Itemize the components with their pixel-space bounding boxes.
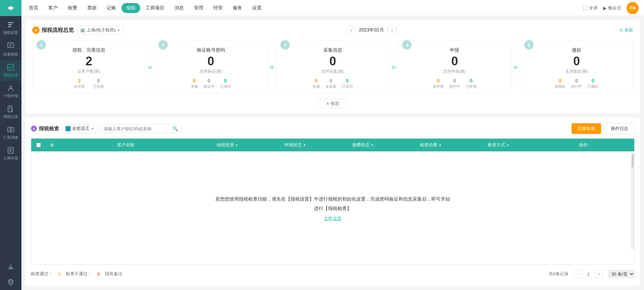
th-check-method[interactable]: 检查方式 ▼ (465, 142, 533, 148)
settlement-icon (7, 126, 14, 134)
sidebar-item-tax-settings[interactable]: 报税设置 (0, 17, 21, 39)
nav-item-service[interactable]: 服务 (228, 3, 247, 13)
sidebar-item-annual-report[interactable]: 工商年报 (0, 143, 21, 164)
step-4-sub-0: 0 未申报 (433, 78, 444, 89)
total-records: 共0条记录 (549, 271, 569, 277)
nav-item-customer[interactable]: 客户 (44, 3, 62, 13)
arrow-4-5: » (512, 40, 520, 93)
th-settings[interactable]: ⚙ (46, 143, 58, 148)
pass-count[interactable]: 0 (58, 272, 60, 277)
step-5-label: 支持缴款(家) (524, 69, 629, 74)
sidebar-item-settlement[interactable]: 汇算清缴 (0, 123, 21, 143)
refresh-icon: ↻ (620, 28, 623, 33)
step-5-sub-0: 0 未缴款 (554, 78, 566, 89)
svg-rect-4 (8, 26, 11, 27)
step-3-title: 采集信息 (280, 47, 385, 53)
prev-month-button[interactable]: ‹ (346, 25, 356, 35)
annual-report-icon (7, 147, 14, 155)
fail-label: 检查不通过： (66, 271, 92, 277)
step-2-sub-1: 0 验证中 (204, 78, 215, 89)
collapse-row: ∧ 收起 (32, 99, 633, 108)
search-box[interactable]: 🔍 (101, 124, 181, 133)
svg-rect-6 (8, 64, 14, 70)
step-3-number: 3 (280, 40, 290, 50)
step-3-count: 0 (280, 55, 385, 67)
nav-item-tax[interactable]: 报税 (121, 3, 140, 13)
operation-log-button[interactable]: 操作日志 (604, 123, 635, 134)
employee-filter[interactable]: 👤 全部员工 ▼ (62, 124, 97, 133)
next-page-button[interactable]: › (595, 270, 603, 278)
th-check-result[interactable]: 检查结果 ▼ (397, 142, 465, 148)
check-title-icon: ● (31, 126, 37, 132)
batch-tax-icon (7, 42, 14, 51)
nav-item-home[interactable]: 首页 (24, 3, 43, 13)
step-2-count: 0 (158, 55, 263, 67)
step-1-title: 授权、完善信息 (37, 47, 141, 53)
sidebar-item-download[interactable] (0, 259, 21, 275)
batch-check-button[interactable]: 批量检查 (572, 123, 601, 134)
note-label: 囧有备注 (105, 271, 122, 277)
search-icon[interactable]: 🔍 (172, 126, 178, 131)
th-tax-nature[interactable]: 纳税性质 ▼ (194, 142, 261, 148)
check-header: ● 报税检查 👤 全部员工 ▼ 🔍 批量检查 操作日志 (31, 123, 635, 134)
vip-icon: ▶ (603, 5, 607, 11)
nav-item-settings[interactable]: 设置 (248, 3, 266, 13)
nav-item-operation[interactable]: 经营 (209, 3, 227, 13)
select-all-checkbox[interactable] (36, 143, 41, 147)
step-3-sub-2: 0 已成功 (342, 78, 353, 89)
nav-item-accounting[interactable]: 记账 (102, 3, 121, 13)
sidebar-item-tax-records[interactable]: 报税记录 (0, 102, 21, 123)
check-card: ● 报税检查 👤 全部员工 ▼ 🔍 批量检查 操作日志 (25, 118, 640, 286)
vip-button[interactable]: ▶ 畅会员 (603, 5, 621, 11)
step-3-sub-1: 0 未采集 (325, 78, 336, 89)
nav-item-messages[interactable]: 消息 (170, 3, 189, 13)
prev-page-button[interactable]: ‹ (574, 270, 582, 278)
overview-title-icon: + (32, 26, 40, 34)
setup-link[interactable]: 立即设置 (324, 216, 341, 222)
sidebar-item-tax-overview[interactable]: 报税总览 (0, 60, 21, 81)
sidebar-item-location[interactable] (0, 275, 21, 290)
location-selector[interactable]: 🏢 上海(电子税局) ▼ (77, 26, 123, 34)
fullscreen-icon: ⛶ (583, 5, 588, 11)
step-2-sub-2: 0 已成功 (220, 78, 231, 89)
th-pay-status[interactable]: 缴费状态 ▼ (329, 142, 397, 148)
svg-rect-2 (8, 22, 13, 23)
flow-steps: 1 授权、完善信息 2 总客户数(家) 2 未完善 0 已完善 (32, 40, 633, 93)
sidebar-item-personal-tax[interactable]: 个税申报 (0, 81, 21, 102)
refresh-button[interactable]: ↻ 刷新 (620, 27, 633, 33)
fullscreen-button[interactable]: ⛶ 全屏 (583, 5, 598, 11)
settings-icon: ⚙ (50, 143, 54, 148)
arrow-2-3: » (268, 40, 276, 93)
empty-message: 若您想使用报税检查功能，请先在【报税设置】中进行报税的初始化设置，完成密码验证和… (215, 194, 450, 213)
sidebar-item-batch-tax[interactable]: 批量报税 (0, 39, 21, 60)
step-1-sub-0: 2 未完善 (74, 78, 85, 89)
step-1-label: 总客户数(家) (37, 69, 141, 74)
tax-overview-icon (7, 64, 14, 72)
avatar[interactable]: iTA (627, 2, 639, 14)
nav-item-fee[interactable]: 收费 (63, 3, 82, 13)
step-4-title: 申报 (402, 47, 507, 53)
current-page: 1 (587, 272, 590, 277)
scrollbar[interactable] (631, 153, 634, 249)
nav-item-management[interactable]: 管理 (189, 3, 208, 13)
step-2: 2 验证账号密码 0 支持验证(家) 0 失败 0 验证中 (154, 40, 267, 93)
tax-settings-icon (7, 21, 14, 29)
content-area: + 报税流程总览 🏢 上海(电子税局) ▼ ‹ 2023年02月 › ↻ (21, 16, 644, 290)
nav-item-invoice[interactable]: 票据 (83, 3, 101, 13)
scroll-thumb[interactable] (632, 154, 634, 167)
next-month-button[interactable]: › (387, 25, 397, 35)
overview-title: + 报税流程总览 (32, 26, 74, 34)
step-1-count: 2 (37, 55, 141, 67)
step-4-count: 0 (402, 55, 507, 67)
step-2-label: 支持验证(家) (158, 69, 263, 74)
search-input[interactable] (104, 126, 170, 131)
page-size-select[interactable]: 30 条/页 (608, 270, 635, 278)
th-customer-name: 客户名称 (58, 142, 194, 148)
th-checkbox[interactable] (31, 143, 46, 147)
filter-icon-4: ▼ (438, 143, 442, 147)
step-3-sub-0: 0 失败 (313, 78, 320, 89)
nav-item-business[interactable]: 工商项目 (141, 3, 169, 13)
fail-count[interactable]: 0 (97, 272, 100, 277)
collapse-button[interactable]: ∧ 收起 (318, 99, 348, 108)
th-declare-status[interactable]: 申报状态 ▼ (261, 142, 329, 148)
